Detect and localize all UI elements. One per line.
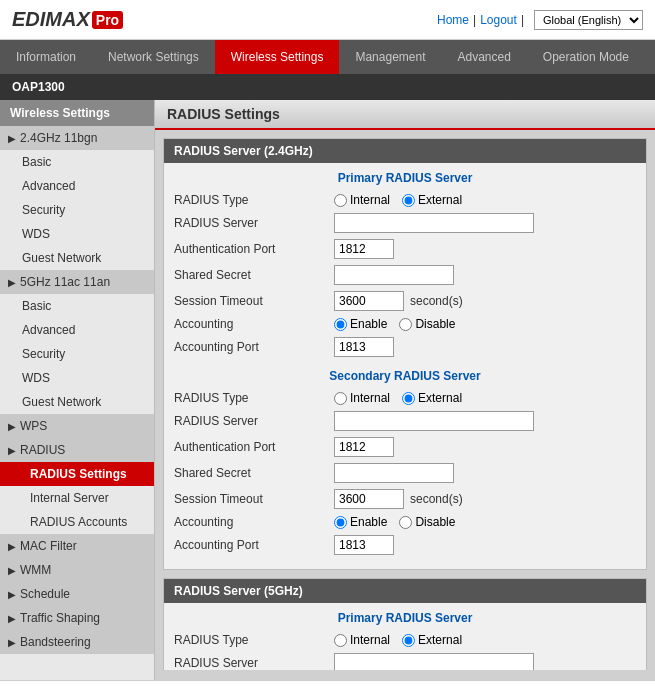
primary-24-accounting-disable-label[interactable]: Disable: [399, 317, 455, 331]
primary-24-acctport-input[interactable]: 1813: [334, 337, 394, 357]
device-name: OAP1300: [12, 80, 65, 94]
sidebar-title: Wireless Settings: [0, 100, 154, 126]
secondary-24-authport-control: 1812: [334, 437, 636, 457]
sidebar-item-guest-network-5[interactable]: Guest Network: [0, 390, 154, 414]
radius-24-content: Primary RADIUS Server RADIUS Type Intern…: [164, 163, 646, 569]
primary-5-type-radio-group: Internal External: [334, 633, 636, 647]
sidebar-group-bandsteering[interactable]: ▶ Bandsteering: [0, 630, 154, 654]
primary-24-timeout-row-inner: 3600 second(s): [334, 291, 636, 311]
secondary-24-timeout-input[interactable]: 3600: [334, 489, 404, 509]
sidebar-group-mac-filter[interactable]: ▶ MAC Filter: [0, 534, 154, 558]
nav-wireless-settings[interactable]: Wireless Settings: [215, 40, 340, 74]
sidebar-group-schedule[interactable]: ▶ Schedule: [0, 582, 154, 606]
nav-operation-mode[interactable]: Operation Mode: [527, 40, 645, 74]
secondary-24-acctport-input[interactable]: 1813: [334, 535, 394, 555]
arrow-icon-radius: ▶: [8, 445, 16, 456]
footer: Copyright 2017 © EDIMAX Technology Co., …: [0, 680, 655, 690]
primary-24-type-external-label[interactable]: External: [402, 193, 462, 207]
sidebar-group-wps[interactable]: ▶ WPS: [0, 414, 154, 438]
secondary-24-secret-control: [334, 463, 636, 483]
secondary-24-type-internal-radio[interactable]: [334, 392, 347, 405]
radius-24-title: RADIUS Server (2.4GHz): [174, 144, 313, 158]
arrow-icon-5: ▶: [8, 277, 16, 288]
secondary-24-type-external-radio[interactable]: [402, 392, 415, 405]
sidebar-item-security-24[interactable]: Security: [0, 198, 154, 222]
primary-24-timeout-input[interactable]: 3600: [334, 291, 404, 311]
sidebar-item-wds-5[interactable]: WDS: [0, 366, 154, 390]
secondary-24-accounting-disable-radio[interactable]: [399, 516, 412, 529]
sidebar-item-advanced-24[interactable]: Advanced: [0, 174, 154, 198]
secondary-24-server-input[interactable]: [334, 411, 534, 431]
primary-24-type-internal-radio[interactable]: [334, 194, 347, 207]
sidebar-item-internal-server[interactable]: Internal Server: [0, 486, 154, 510]
secondary-24-accounting-enable-radio[interactable]: [334, 516, 347, 529]
sidebar-item-basic-5[interactable]: Basic: [0, 294, 154, 318]
language-select[interactable]: Global (English): [534, 10, 643, 30]
logout-link[interactable]: Logout: [480, 13, 517, 27]
primary-24-type-control: Internal External: [334, 193, 636, 207]
nav-management[interactable]: Management: [339, 40, 441, 74]
sidebar-group-5ghz[interactable]: ▶ 5GHz 11ac 11an: [0, 270, 154, 294]
secondary-24-authport-input[interactable]: 1812: [334, 437, 394, 457]
secondary-24-accounting-disable-label[interactable]: Disable: [399, 515, 455, 529]
secondary-24-acctport-control: 1813: [334, 535, 636, 555]
home-link[interactable]: Home: [437, 13, 469, 27]
primary-24-type-row: RADIUS Type Internal External: [174, 193, 636, 207]
primary-24-authport-input[interactable]: 1812: [334, 239, 394, 259]
primary-24-type-radio-group: Internal External: [334, 193, 636, 207]
sidebar-item-security-5[interactable]: Security: [0, 342, 154, 366]
primary-5-server-input[interactable]: [334, 653, 534, 670]
secondary-24-secret-row: Shared Secret: [174, 463, 636, 483]
primary-24-secret-input[interactable]: [334, 265, 454, 285]
nav-advanced[interactable]: Advanced: [441, 40, 526, 74]
logo: EDIMAX Pro: [12, 8, 123, 31]
main-panel: RADIUS Settings RADIUS Server (2.4GHz) P…: [155, 100, 655, 680]
secondary-24-timeout-label: Session Timeout: [174, 492, 334, 506]
sidebar-item-radius-accounts[interactable]: RADIUS Accounts: [0, 510, 154, 534]
arrow-icon-bandsteering: ▶: [8, 637, 16, 648]
primary-24-server-input[interactable]: [334, 213, 534, 233]
primary-5-type-internal-radio[interactable]: [334, 634, 347, 647]
primary-5-type-control: Internal External: [334, 633, 636, 647]
primary-24-acctport-control: 1813: [334, 337, 636, 357]
primary-24-accounting-disable-radio[interactable]: [399, 318, 412, 331]
nav-information[interactable]: Information: [0, 40, 92, 74]
sidebar-item-basic-24[interactable]: Basic: [0, 150, 154, 174]
primary-24-timeout-control: 3600 second(s): [334, 291, 636, 311]
radius-24-section: RADIUS Server (2.4GHz) Primary RADIUS Se…: [163, 138, 647, 570]
sidebar-item-wds-24[interactable]: WDS: [0, 222, 154, 246]
secondary-24-type-external-label[interactable]: External: [402, 391, 462, 405]
secondary-24-type-internal-label[interactable]: Internal: [334, 391, 390, 405]
nav-network-settings[interactable]: Network Settings: [92, 40, 215, 74]
primary-24-accounting-enable-radio[interactable]: [334, 318, 347, 331]
primary-24-type-internal-label[interactable]: Internal: [334, 193, 390, 207]
primary-5-type-external-label[interactable]: External: [402, 633, 462, 647]
secondary-24-secret-label: Shared Secret: [174, 466, 334, 480]
primary-24-type-external-radio[interactable]: [402, 194, 415, 207]
primary-5-type-external-radio[interactable]: [402, 634, 415, 647]
radius-5-section: RADIUS Server (5GHz) Primary RADIUS Serv…: [163, 578, 647, 670]
sidebar-item-advanced-5[interactable]: Advanced: [0, 318, 154, 342]
sidebar-group-24ghz[interactable]: ▶ 2.4GHz 11bgn: [0, 126, 154, 150]
sidebar-item-guest-network-24[interactable]: Guest Network: [0, 246, 154, 270]
arrow-icon: ▶: [8, 133, 16, 144]
secondary-24-accounting-enable-label[interactable]: Enable: [334, 515, 387, 529]
secondary-24-heading: Secondary RADIUS Server: [174, 369, 636, 383]
nav-bar: Information Network Settings Wireless Se…: [0, 40, 655, 74]
secondary-24-type-radio-group: Internal External: [334, 391, 636, 405]
primary-24-accounting-enable-label[interactable]: Enable: [334, 317, 387, 331]
primary-5-type-internal-label[interactable]: Internal: [334, 633, 390, 647]
primary-24-acctport-row: Accounting Port 1813: [174, 337, 636, 357]
primary-24-heading: Primary RADIUS Server: [174, 171, 636, 185]
sidebar-group-wmm[interactable]: ▶ WMM: [0, 558, 154, 582]
sidebar-group-radius[interactable]: ▶ RADIUS: [0, 438, 154, 462]
secondary-24-secret-input[interactable]: [334, 463, 454, 483]
sidebar-group-schedule-label: Schedule: [20, 587, 70, 601]
primary-5-server-control: [334, 653, 636, 670]
sidebar-item-radius-settings[interactable]: RADIUS Settings: [0, 462, 154, 486]
secondary-24-acctport-label: Accounting Port: [174, 538, 334, 552]
secondary-24-authport-label: Authentication Port: [174, 440, 334, 454]
primary-5-server-label: RADIUS Server: [174, 656, 334, 670]
scroll-area[interactable]: RADIUS Server (2.4GHz) Primary RADIUS Se…: [155, 130, 655, 670]
sidebar-group-traffic[interactable]: ▶ Traffic Shaping: [0, 606, 154, 630]
